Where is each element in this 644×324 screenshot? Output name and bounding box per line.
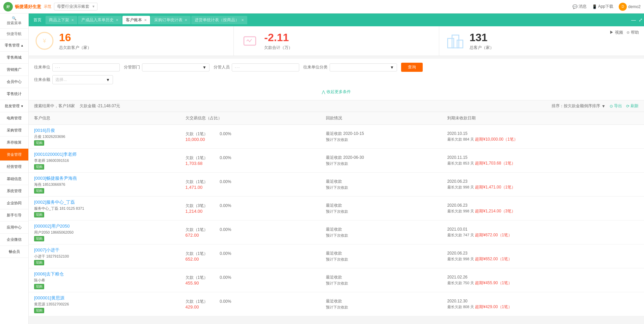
- sidebar-item-operations[interactable]: 经营管理: [0, 161, 28, 173]
- overdue-link[interactable]: 超期¥1,214.00（3笔）: [475, 209, 515, 213]
- sidebar-quick-nav[interactable]: 快捷导航: [0, 29, 28, 39]
- sidebar-item-batch-mgmt[interactable]: 批发管理 ▼: [0, 100, 28, 112]
- page-content: ¥ 16 总欠款客户（家）: [29, 26, 644, 324]
- recovery-cell: 最近收款 预计下次收款: [320, 173, 442, 197]
- close-icon-4[interactable]: ✕: [185, 18, 187, 22]
- debt-pct: 0.00%: [220, 203, 231, 208]
- due-date-cell: 2021.02.26 最长欠款 750 天 超期¥455.90（1笔）: [442, 268, 644, 292]
- customer-name-link[interactable]: [0002]服务中心_丁磊: [34, 199, 175, 205]
- sort-selector[interactable]: 排序：按欠款金额倒序排序 ▼: [552, 103, 606, 109]
- customer-name-link[interactable]: [0003]畅捷服务尹海燕: [34, 175, 175, 181]
- manager-input[interactable]: ···: [232, 63, 299, 71]
- sidebar-item-retail-stats[interactable]: 零售统计: [0, 88, 28, 100]
- close-icon[interactable]: ✕: [71, 18, 74, 22]
- overdue-link[interactable]: 超期¥455.90（1笔）: [475, 281, 512, 285]
- from-unit-input[interactable]: ···: [52, 63, 120, 71]
- tab-home[interactable]: 首页: [30, 16, 45, 24]
- customer-name-link[interactable]: [000001]黄思源: [34, 295, 175, 301]
- overdue-link[interactable]: 超期¥1,471.00（1笔）: [475, 185, 515, 189]
- debt-info-cell: 欠款（1笔） 652.00 0.00%: [180, 244, 321, 268]
- sidebar-item-vip[interactable]: 畅会员: [0, 246, 28, 258]
- sidebar-item-finance[interactable]: 资金管理: [0, 149, 28, 161]
- overdue-link[interactable]: 超期¥652.00（1笔）: [475, 257, 512, 261]
- sidebar-item-purchase[interactable]: 采购管理: [0, 124, 28, 137]
- close-icon-2[interactable]: ✕: [116, 18, 118, 22]
- department-select[interactable]: ▼: [142, 63, 209, 71]
- customer-name-link[interactable]: [0006]去下粮仓: [34, 271, 175, 277]
- overdue-link[interactable]: 超期¥672.00（1笔）: [475, 233, 512, 237]
- next-payment: 预计下次收款: [326, 257, 436, 262]
- last-payment: 最近收款: [326, 274, 436, 280]
- overdue-link[interactable]: 超期¥10,000.00（1笔）: [475, 137, 518, 142]
- customer-info-cell: [0006]去下粮仓 陈小希 现购: [29, 268, 180, 292]
- last-payment: 最近收款: [326, 298, 436, 304]
- customer-info-cell: [000002]用户2050 用户2050 18665062050 现购: [29, 220, 180, 244]
- close-icon-3[interactable]: ✕: [144, 18, 147, 22]
- maximize-icon[interactable]: ⤢: [639, 17, 643, 23]
- tab-goods-status[interactable]: 商品上下架 ✕: [46, 16, 77, 24]
- table-row: [0002]服务中心_丁磊 服务中心_丁磊 181 0125 8371 现购 欠…: [29, 197, 644, 220]
- overdue-link[interactable]: 超期¥429.00（1笔）: [475, 304, 512, 309]
- video-btn[interactable]: ▶ 视频: [610, 30, 623, 35]
- sidebar-item-app-center[interactable]: 应用中心: [0, 222, 28, 234]
- customers-icon: [446, 32, 465, 50]
- sidebar-search[interactable]: 🔍 搜索菜单: [0, 13, 28, 29]
- refresh-btn[interactable]: ⟳ 刷新: [626, 103, 639, 109]
- debt-count: 欠款（1笔）: [186, 227, 208, 233]
- filter-unit-category: 往来单位分类 ▼: [303, 63, 397, 71]
- app-download-btn[interactable]: 📱 App下载: [592, 4, 613, 9]
- sidebar-item-marketing[interactable]: 营销推广: [0, 64, 28, 76]
- message-btn[interactable]: 💬 消息: [572, 4, 587, 9]
- tab-import-stats[interactable]: 进货单统计表（按商品） ✕: [191, 16, 247, 24]
- sidebar-item-retail-mgmt[interactable]: 零售管理 ▲: [0, 39, 28, 52]
- tab-purchase-order[interactable]: 采购订单统计表 ✕: [151, 16, 191, 24]
- customer-name-link[interactable]: [00010200001]李老师: [34, 151, 175, 157]
- close-icon-5[interactable]: ✕: [241, 18, 244, 22]
- recovery-cell: 最近收款 2020-06-30 预计下次收款: [320, 149, 442, 173]
- export-btn[interactable]: ⊙ 导出: [610, 103, 622, 109]
- sidebar-item-ecommerce[interactable]: 电商管理: [0, 112, 28, 124]
- stat-card-top-right: ▶ 视频 ⊙ 帮助: [610, 30, 639, 35]
- debt-pct: 0.00%: [220, 131, 231, 136]
- filter-department: 分管部门 ▼: [124, 63, 209, 71]
- customer-tag: 现购: [34, 212, 44, 217]
- collapse-filter-btn[interactable]: ⋀ 收起更多条件: [34, 88, 639, 96]
- sidebar-item-enterprise-wechat[interactable]: 企业微信: [0, 234, 28, 246]
- debtors-value: 16: [59, 31, 91, 44]
- customer-info-cell: [0002]服务中心_丁磊 服务中心_丁磊 181 0125 8371 现购: [29, 197, 180, 220]
- customer-tag: 现购: [34, 308, 44, 313]
- customer-phone: 用户2050 18665062050: [34, 230, 175, 235]
- tab-customer-account[interactable]: 客户账本 ✕: [122, 16, 150, 24]
- company-selector[interactable]: 母婴行业演示账套 ▾: [54, 3, 97, 10]
- sidebar-item-member[interactable]: 会员中心: [0, 76, 28, 88]
- recovery-cell: 最近收款 预计下次收款: [320, 244, 442, 268]
- due-date: 2020.12.30: [447, 299, 639, 303]
- customer-tag: 现购: [34, 260, 44, 265]
- debt-count: 欠款（1笔）: [186, 299, 208, 304]
- tab-product-history[interactable]: 产成品入库单历史 ✕: [78, 16, 122, 24]
- search-button[interactable]: 查询: [401, 63, 423, 72]
- next-payment: 预计下次收款: [326, 137, 436, 142]
- stat-card-customers-text: 131 总客户（家）: [470, 31, 494, 51]
- sidebar-item-retail-mall[interactable]: 零售商城: [0, 52, 28, 64]
- minimize-icon[interactable]: —: [631, 17, 636, 23]
- next-payment: 预计下次收款: [326, 161, 436, 166]
- sidebar-item-basic-info[interactable]: 基础信息: [0, 173, 28, 185]
- user-area[interactable]: D demo2: [619, 3, 641, 11]
- sidebar-item-system[interactable]: 系统管理: [0, 185, 28, 197]
- debt-count: 欠款（1笔）: [186, 155, 208, 161]
- sidebar-item-newbie[interactable]: 新手引导: [0, 209, 28, 222]
- unit-category-select[interactable]: ▼: [330, 63, 397, 71]
- sidebar-item-enterprise[interactable]: 企业协同: [0, 197, 28, 209]
- customer-name-link[interactable]: [0007]小进干: [34, 247, 175, 253]
- help-btn[interactable]: ⊙ 帮助: [626, 30, 639, 35]
- balance-select[interactable]: 选择... ▼: [52, 75, 113, 84]
- customer-name-link[interactable]: [0016]吕俊: [34, 127, 175, 134]
- customer-name-link[interactable]: [000002]用户2050: [34, 223, 175, 229]
- sidebar-item-inventory[interactable]: 库存核算: [0, 137, 28, 149]
- recovery-cell: 最近收款 预计下次收款: [320, 220, 442, 244]
- overdue-link[interactable]: 超期¥1,703.68（1笔）: [475, 161, 515, 166]
- max-days: 最长欠款 884 天 超期¥10,000.00（1笔）: [447, 137, 639, 142]
- max-days: 最长欠款 747 天 超期¥672.00（1笔）: [447, 232, 639, 238]
- table-row: [00010200001]李老师 李老师 18600391516 现购 欠款（1…: [29, 149, 644, 173]
